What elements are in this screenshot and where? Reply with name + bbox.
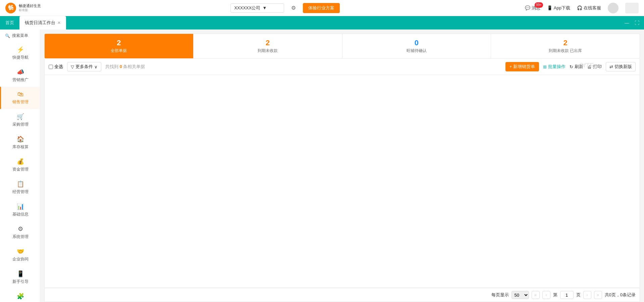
switch-version-button[interactable]: ⇄ 切换新版 [606, 62, 636, 71]
app-edition: 标准版 [19, 8, 41, 12]
search-icon: 🔍 [5, 34, 10, 38]
select-all-checkbox[interactable]: 全选 [49, 64, 63, 70]
sidebar-item-system[interactable]: ⚙ 系统管理 [0, 221, 40, 244]
header-right: 💬 消息 99+ 📱 App下载 🎧 在线客服 [525, 3, 639, 13]
next-page-button[interactable]: › [583, 291, 591, 299]
found-suffix: 条相关单据 [123, 64, 145, 69]
last-page-button[interactable]: » [594, 291, 602, 299]
sidebar-label-cooperation: 企业协同 [12, 256, 29, 262]
found-text: 共找到 0 条相关单据 [105, 64, 145, 70]
prev-page-icon: ‹ [546, 293, 547, 297]
trial-button[interactable]: 体验行业方案 [303, 3, 340, 13]
app-download-button[interactable]: 📱 App下载 [547, 5, 570, 11]
clipboard-icon: 📋 [17, 180, 24, 188]
tab-home[interactable]: 首页 [0, 16, 19, 29]
sidebar-item-quick-nav[interactable]: ⚡ 快捷导航 [0, 42, 40, 64]
sidebar-label-system: 系统管理 [12, 234, 29, 240]
sidebar-item-marketing[interactable]: 📣 营销推广 [0, 64, 40, 87]
close-tab-icon[interactable]: ✕ [57, 20, 61, 25]
found-count: 0 [120, 64, 122, 69]
sidebar-label-operations: 经营管理 [12, 189, 29, 195]
sidebar-item-inventory[interactable]: 🏠 库存核算 [0, 131, 40, 154]
online-service-button[interactable]: 🎧 在线客服 [577, 5, 601, 11]
table-area [44, 75, 640, 288]
stat-label-pending: 旺辅待确认 [407, 48, 427, 54]
sidebar-item-app-center[interactable]: 🧩 应用中心 [0, 289, 40, 302]
last-page-icon: » [597, 293, 599, 297]
select-all-input[interactable] [49, 65, 53, 69]
message-icon: 💬 [525, 5, 530, 10]
tab-bar-actions: — ⛶ [623, 19, 644, 27]
current-page-input[interactable]: 1 [560, 291, 574, 299]
sidebar-label-finance: 资金管理 [12, 167, 29, 172]
sidebar-item-guide[interactable]: 📱 新手引导 [0, 266, 40, 289]
tab-cashflow-label: 钱货日清工作台 [25, 20, 55, 26]
page-size-select[interactable]: 50 10 20 100 [512, 291, 529, 299]
stat-card-pending[interactable]: 0 旺辅待确认 [342, 34, 491, 58]
search-menu-item[interactable]: 🔍 搜索菜单 [0, 29, 40, 42]
batch-operation-button[interactable]: ⊞ 批量操作 [543, 64, 566, 70]
page-label: 第 [553, 292, 557, 298]
chevron-filter-icon: ∨ [94, 64, 98, 69]
sidebar-item-sales[interactable]: 🛍 销售管理 [0, 87, 40, 109]
filter-label: 更多条件 [75, 64, 93, 70]
user-menu[interactable] [625, 3, 639, 13]
content-area: 2 全部单据 2 到期未收款 0 旺辅待确认 2 到期未收款 已出库 全选 [40, 29, 644, 302]
stat-card-overdue[interactable]: 2 到期未收款 [194, 34, 342, 58]
settings-button[interactable]: ⚙ [288, 3, 299, 13]
tab-cashflow[interactable]: 钱货日清工作台 ✕ [19, 16, 66, 29]
print-icon: 🖨 [587, 64, 592, 69]
tab-bar: 首页 钱货日清工作台 ✕ — ⛶ [0, 16, 644, 29]
refresh-button[interactable]: ↻ 刷新 [570, 64, 583, 70]
app-name: 畅捷通好生意 [19, 3, 41, 8]
filter-button[interactable]: ▽ 更多条件 ∨ [67, 62, 101, 71]
app-download-label: App下载 [554, 5, 570, 11]
add-sales-order-button[interactable]: + 新增销货单 [505, 62, 539, 71]
cart-icon: 🛒 [17, 113, 24, 120]
found-prefix: 共找到 [105, 64, 118, 69]
app-logo: 畅 [5, 3, 16, 13]
total-text: 共0页，0条记录 [605, 292, 636, 298]
main-layout: 🔍 搜索菜单 ⚡ 快捷导航 📣 营销推广 🛍 销售管理 🛒 采购管理 🏠 库存核… [0, 29, 644, 302]
stat-card-all[interactable]: 2 全部单据 [45, 34, 194, 58]
stat-number-all: 2 [117, 39, 121, 47]
stat-label-overdue-out: 到期未收款 已出库 [549, 48, 582, 54]
maximize-tab-icon[interactable]: ⛶ [633, 19, 641, 27]
company-selector[interactable]: XXXXXX公司 ▼ [230, 3, 284, 13]
sidebar-item-operations[interactable]: 📋 经营管理 [0, 176, 40, 199]
toolbar-right: + 新增销货单 ⊞ 批量操作 ↻ 刷新 🖨 打印 ⇄ 切换新版 [505, 62, 636, 71]
sidebar-item-base-info[interactable]: 📊 基础信息 [0, 199, 40, 221]
stat-card-overdue-out[interactable]: 2 到期未收款 已出库 [491, 34, 640, 58]
first-page-button[interactable]: « [532, 291, 540, 299]
stat-number-overdue: 2 [266, 39, 270, 47]
shopping-icon: 🛍 [17, 91, 23, 98]
print-button[interactable]: 🖨 打印 [587, 64, 602, 70]
sidebar-label-sales: 销售管理 [12, 99, 29, 105]
flash-icon: ⚡ [17, 46, 24, 53]
stat-number-pending: 0 [415, 39, 419, 47]
toolbar: 全选 ▽ 更多条件 ∨ 共找到 0 条相关单据 + 新增销货单 ⊞ 批量操作 ↻ [44, 59, 640, 75]
app-center-icon: 🧩 [17, 293, 24, 300]
stats-cards: 2 全部单据 2 到期未收款 0 旺辅待确认 2 到期未收款 已出库 [44, 34, 640, 59]
page-size-label: 每页显示 [491, 292, 509, 298]
refresh-label: 刷新 [575, 64, 583, 70]
avatar[interactable] [608, 3, 619, 13]
money-icon: 💰 [17, 158, 24, 165]
pagination-bar: 每页显示 50 10 20 100 « ‹ 第 1 页 › » 共0页，0条记录 [44, 288, 640, 302]
sidebar-item-finance[interactable]: 💰 资金管理 [0, 154, 40, 176]
sidebar-label-base-info: 基础信息 [12, 212, 29, 217]
header-center: XXXXXX公司 ▼ ⚙ 体验行业方案 [230, 3, 340, 13]
sidebar: 🔍 搜索菜单 ⚡ 快捷导航 📣 营销推广 🛍 销售管理 🛒 采购管理 🏠 库存核… [0, 29, 40, 302]
sidebar-label-inventory: 库存核算 [12, 144, 29, 150]
sidebar-label-guide: 新手引导 [12, 279, 29, 285]
sidebar-item-purchase[interactable]: 🛒 采购管理 [0, 109, 40, 131]
system-icon: ⚙ [18, 225, 23, 233]
prev-page-button[interactable]: ‹ [542, 291, 550, 299]
minimize-tab-icon[interactable]: — [623, 19, 631, 27]
sidebar-label-purchase: 采购管理 [12, 122, 29, 127]
message-button[interactable]: 💬 消息 99+ [525, 5, 540, 11]
chevron-down-icon: ▼ [262, 5, 267, 10]
next-page-icon: › [587, 293, 588, 297]
switch-label: 切换新版 [614, 64, 632, 70]
sidebar-item-cooperation[interactable]: 🤝 企业协同 [0, 244, 40, 266]
